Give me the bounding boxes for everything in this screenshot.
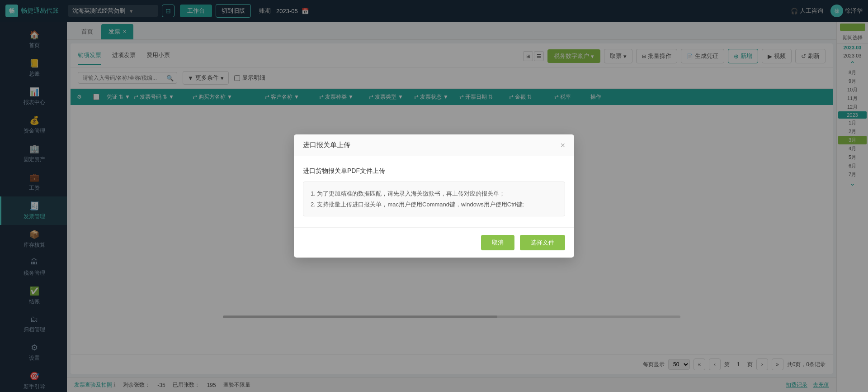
- modal-section-title: 进口货物报关单PDF文件上传: [303, 167, 565, 175]
- modal-instruction-1: 1. 为了更加精准的数据匹配，请先录入海关缴款书，再上传对应的报关单；: [311, 188, 557, 199]
- modal-select-file-button[interactable]: 选择文件: [520, 235, 565, 250]
- modal-cancel-button[interactable]: 取消: [481, 235, 514, 250]
- modal-instruction-2: 2. 支持批量上传进口报关单，mac用户使用Command键，windows用户…: [311, 199, 557, 210]
- modal-footer: 取消 选择文件: [294, 227, 574, 258]
- modal-body: 进口货物报关单PDF文件上传 1. 为了更加精准的数据匹配，请先录入海关缴款书，…: [294, 156, 574, 227]
- modal-title: 进口报关单上传: [303, 141, 350, 149]
- modal-header: 进口报关单上传 ×: [294, 134, 574, 156]
- modal-info-box: 1. 为了更加精准的数据匹配，请先录入海关缴款书，再上传对应的报关单； 2. 支…: [303, 182, 565, 216]
- modal-overlay[interactable]: 进口报关单上传 × 进口货物报关单PDF文件上传 1. 为了更加精准的数据匹配，…: [0, 0, 868, 392]
- modal-close-button[interactable]: ×: [560, 141, 565, 149]
- modal-dialog: 进口报关单上传 × 进口货物报关单PDF文件上传 1. 为了更加精准的数据匹配，…: [294, 134, 574, 258]
